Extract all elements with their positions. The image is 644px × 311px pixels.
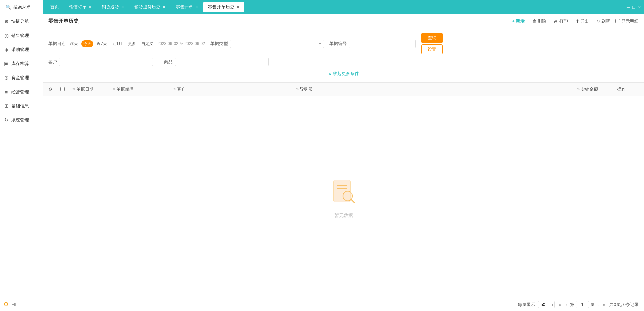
tab-retail-open[interactable]: 零售开单 ✕ [171,2,203,12]
sidebar-item-purchase[interactable]: ◈ 采购管理 [0,43,43,57]
customer-input[interactable] [59,58,153,66]
display-detail-input[interactable] [615,19,620,23]
display-detail-checkbox[interactable]: 显示明细 [615,18,639,24]
filter-type-field: 单据类型 [210,40,324,48]
settings-gear-icon[interactable]: ⚙ [3,300,9,308]
tab-sales-return[interactable]: 销货退货 ✕ [97,2,129,12]
type-label: 单据类型 [210,41,228,47]
goods-dots[interactable]: ... [271,59,275,64]
sidebar-item-finance[interactable]: ⊙ 资金管理 [0,71,43,85]
tabs-bar: 首页 销售订单 ✕ 销货退货 ✕ 销货退货历史 ✕ 零售开单 ✕ 零售开单历史 … [43,0,644,14]
add-button[interactable]: + 新增 [510,17,527,26]
sidebar-item-sales[interactable]: ◎ 销售管理 [0,29,43,43]
print-button[interactable]: 🖨 打印 [552,17,570,26]
tab-sales-order[interactable]: 销售订单 ✕ [64,2,96,12]
filter-goods-field: 商品 ... [164,58,275,66]
date-btn-7days[interactable]: 近7天 [95,40,109,47]
sidebar-item-label: 库存核算 [11,61,29,67]
sidebar-item-label: 销售管理 [11,33,29,39]
collapse-arrow-icon: ∧ [328,71,332,76]
export-button[interactable]: ⬆ 导出 [574,17,591,26]
sales-icon: ◎ [3,33,9,39]
tab-sales-order-close[interactable]: ✕ [89,5,92,9]
date-label: 单据日期 [48,41,66,47]
goods-input[interactable] [175,58,269,66]
tab-sales-return-history-label: 销货退货历史 [134,4,160,10]
type-select[interactable] [230,40,324,48]
collapse-sidebar-icon[interactable]: ◀ [12,301,16,307]
page-input[interactable] [576,301,589,308]
date-btn-yesterday[interactable]: 昨天 [68,40,80,47]
date-btn-more[interactable]: 更多 [126,40,138,47]
per-page-label: 每页显示 [518,302,535,308]
toolbar: 零售开单历史 + 新增 🗑 删除 🖨 打印 ⬆ 导出 ↻ 刷新 显示明细 [43,14,644,29]
tab-retail-history[interactable]: 零售开单历史 ✕ [203,2,244,12]
minimize-button[interactable]: ─ [627,5,630,10]
tab-home[interactable]: 首页 [46,2,64,12]
per-page-select[interactable]: 50 10 20 100 [538,301,555,308]
th-date[interactable]: ⇅ 单据日期 [70,86,110,92]
filter-date-field: 单据日期 昨天 今天 近7天 近1月 更多 自定义 2023-06-02 至 2… [48,40,205,47]
sidebar-item-system[interactable]: ↻ 系统管理 [0,113,43,127]
tab-home-label: 首页 [50,4,59,10]
empty-text: 暂无数据 [334,213,353,219]
goods-label: 商品 [164,59,173,65]
th-operation-label: 操作 [617,86,626,92]
tab-retail-open-close[interactable]: ✕ [195,5,198,9]
purchase-icon: ◈ [3,47,9,53]
tab-sales-return-history[interactable]: 销货退货历史 ✕ [130,2,170,12]
sidebar-item-label: 系统管理 [11,117,29,123]
last-page-button[interactable]: » [602,301,607,308]
empty-state: 暂无数据 [43,96,644,298]
select-all-checkbox[interactable] [60,87,65,91]
sidebar-item-operations[interactable]: ≡ 经营管理 [0,85,43,99]
page-nav: « ‹ 第 页 › » [557,301,607,308]
next-page-button[interactable]: › [596,301,600,308]
sort-icon: ⇅ [173,87,176,91]
collapse-button[interactable]: ∧ 收起更多条件 [48,69,639,78]
tab-sales-order-label: 销售订单 [69,4,87,10]
empty-icon [327,175,360,209]
sort-icon: ⇅ [296,87,299,91]
tab-sales-return-close[interactable]: ✕ [121,5,124,9]
filter-number-field: 单据编号 [329,40,416,48]
sort-icon: ⇅ [72,87,75,91]
query-button[interactable]: 查询 [421,33,443,43]
delete-button[interactable]: 🗑 删除 [530,17,549,26]
refresh-button[interactable]: ↻ 刷新 [594,17,612,26]
table-header: ⚙ ⇅ 单据日期 ⇅ 单据编号 ⇅ 客户 ⇅ 导购员 ⇅ [43,83,644,96]
sidebar-item-quick-nav[interactable]: ⊕ 快捷导航 [0,14,43,29]
first-page-button[interactable]: « [557,301,563,308]
th-number[interactable]: ⇅ 单据编号 [110,86,170,92]
sidebar-item-inventory[interactable]: ▣ 库存核算 [0,57,43,71]
th-amount-label: 实销金额 [581,86,598,92]
maximize-button[interactable]: □ [632,5,635,10]
collapse-label: 收起更多条件 [333,71,359,77]
th-checkbox[interactable] [58,87,70,91]
number-input[interactable] [349,40,416,48]
th-number-label: 单据编号 [116,86,134,92]
th-settings[interactable]: ⚙ [46,87,58,92]
customer-dots[interactable]: ... [155,59,159,64]
tab-retail-history-close[interactable]: ✕ [236,5,239,9]
th-customer[interactable]: ⇅ 客户 [170,86,293,92]
quick-nav-icon: ⊕ [3,18,9,24]
gear-icon: ⚙ [48,87,52,92]
finance-icon: ⊙ [3,75,9,81]
date-btn-custom[interactable]: 自定义 [139,40,155,47]
system-icon: ↻ [3,117,9,123]
th-guide-label: 导购员 [300,86,313,92]
pagination: 每页显示 50 10 20 100 « ‹ 第 页 › » 共0页, 0条记录 [43,298,644,311]
filter-row-2: 客户 ... 商品 ... [48,58,639,66]
tab-sales-return-history-close[interactable]: ✕ [162,5,165,9]
settings-button[interactable]: 设置 [421,44,443,54]
date-filter-buttons: 昨天 今天 近7天 近1月 更多 自定义 [68,40,155,47]
date-btn-1month[interactable]: 近1月 [110,40,125,47]
sidebar-item-basic[interactable]: ⊞ 基础信息 [0,99,43,113]
close-button[interactable]: ✕ [638,5,641,10]
prev-page-button[interactable]: ‹ [564,301,568,308]
th-amount[interactable]: ⇅ 实销金额 [574,86,614,92]
th-guide[interactable]: ⇅ 导购员 [293,86,334,92]
date-btn-today[interactable]: 今天 [81,40,93,47]
sidebar-search[interactable]: 🔍 搜索采单 [0,0,43,14]
